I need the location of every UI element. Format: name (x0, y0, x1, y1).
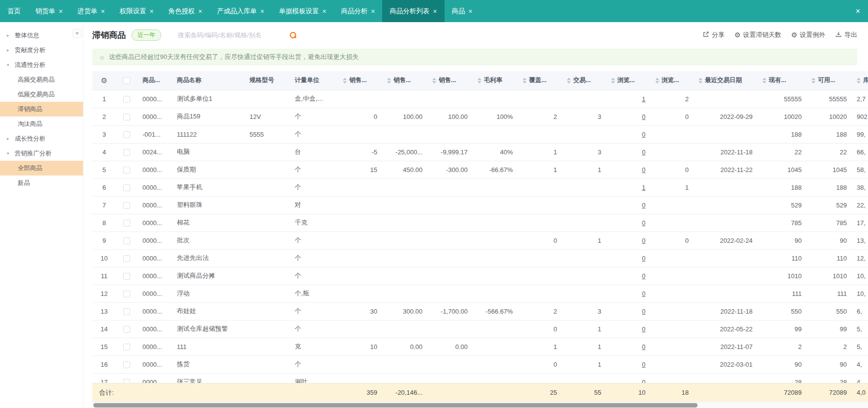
sort-asc-icon[interactable] (432, 78, 436, 80)
sort-icon[interactable] (343, 78, 347, 84)
tab-close-icon[interactable]: × (371, 8, 375, 15)
sidebar-item[interactable]: 高频交易商品 (0, 72, 83, 87)
tab-close-icon[interactable]: × (260, 8, 264, 15)
nav-tab[interactable]: 商品分析列表× (382, 0, 444, 22)
sort-desc-icon[interactable] (655, 81, 659, 84)
row-checkbox[interactable] (123, 131, 130, 138)
column-header-sale_amt[interactable]: 销售... (382, 71, 427, 90)
sort-desc-icon[interactable] (857, 81, 861, 84)
views-link[interactable]: 0 (642, 202, 645, 209)
views-link[interactable]: 0 (642, 255, 645, 262)
sort-icon[interactable] (611, 78, 615, 84)
tab-close-icon[interactable]: × (59, 8, 63, 15)
tab-close-icon[interactable]: × (149, 8, 153, 15)
sort-desc-icon[interactable] (699, 81, 702, 84)
views-link[interactable]: 0 (642, 166, 645, 174)
sidebar-item[interactable]: 全部商品 (0, 161, 83, 175)
column-header-unit[interactable]: 计量单位 (290, 71, 338, 90)
sort-icon[interactable] (655, 78, 659, 84)
sort-icon[interactable] (812, 78, 815, 84)
views-link[interactable]: 0 (642, 272, 645, 280)
sidebar-item[interactable]: ▸贡献度分析 (0, 43, 83, 58)
column-header-trans[interactable]: 交易... (562, 71, 606, 90)
sidebar-item[interactable]: 滞销商品 (0, 102, 83, 117)
sidebar-item[interactable]: 淘汰商品 (0, 117, 83, 131)
nav-tab[interactable]: 商品× (445, 0, 480, 22)
sort-icon[interactable] (523, 78, 527, 84)
share-button[interactable]: 分享 (702, 30, 725, 39)
column-header-on_hand[interactable]: 现有... (757, 71, 807, 90)
views-link[interactable]: 0 (642, 131, 645, 138)
sort-asc-icon[interactable] (762, 78, 766, 80)
nav-tab[interactable]: 销货单× (28, 0, 70, 22)
row-checkbox[interactable] (123, 273, 130, 280)
views-link[interactable]: 1 (642, 95, 645, 103)
row-checkbox[interactable] (123, 149, 130, 156)
horizontal-scrollbar[interactable] (92, 402, 868, 408)
sidebar-item[interactable]: ▸成长性分析 (0, 131, 83, 146)
sort-asc-icon[interactable] (523, 78, 527, 80)
row-checkbox[interactable] (123, 326, 130, 333)
sort-asc-icon[interactable] (387, 78, 391, 80)
column-header-views2[interactable]: 浏览... (650, 71, 694, 90)
row-checkbox[interactable] (123, 202, 130, 209)
sort-icon[interactable] (857, 78, 861, 84)
column-header-stock[interactable]: 库存 (852, 71, 868, 90)
sort-desc-icon[interactable] (812, 81, 815, 84)
column-header-last_date[interactable]: 最近交易日期 (694, 71, 757, 90)
date-range-badge[interactable]: 近一年 (132, 29, 161, 41)
column-settings-header[interactable]: ⚙ (92, 71, 116, 90)
views-link[interactable]: 0 (642, 219, 645, 227)
views-link[interactable]: 0 (642, 148, 645, 156)
views-link[interactable]: 0 (642, 343, 645, 350)
sort-icon[interactable] (699, 78, 702, 84)
column-header-spec[interactable]: 规格型号 (245, 71, 290, 90)
row-checkbox[interactable] (123, 291, 130, 297)
gear-icon[interactable]: ⚙ (101, 76, 107, 85)
sort-asc-icon[interactable] (343, 78, 347, 80)
row-checkbox[interactable] (123, 344, 130, 350)
tab-close-icon[interactable]: × (322, 8, 326, 15)
row-checkbox[interactable] (123, 167, 130, 174)
sort-icon[interactable] (762, 78, 766, 84)
views-link[interactable]: 0 (642, 290, 645, 297)
column-header-name[interactable]: 商品名称 (172, 71, 245, 90)
sort-asc-icon[interactable] (857, 78, 861, 80)
sort-icon[interactable] (477, 78, 481, 84)
column-header-code[interactable]: 商品... (138, 71, 172, 90)
row-checkbox[interactable] (123, 114, 130, 120)
sort-desc-icon[interactable] (432, 81, 436, 84)
sidebar-item[interactable]: 新品 (0, 175, 83, 190)
sort-desc-icon[interactable] (611, 81, 615, 84)
sort-desc-icon[interactable] (343, 81, 347, 84)
sort-icon[interactable] (387, 78, 391, 84)
column-header-margin[interactable]: 毛利率 (473, 71, 518, 90)
tab-close-icon[interactable]: × (198, 8, 202, 15)
column-header-sale_profit[interactable]: 销售... (427, 71, 473, 90)
tab-close-icon[interactable]: × (433, 8, 437, 15)
nav-tab[interactable]: 角色授权× (161, 0, 210, 22)
column-header-available[interactable]: 可用... (807, 71, 852, 90)
scrollbar-thumb[interactable] (93, 403, 698, 408)
settings-button[interactable]: ⚙设置滞销天数 (734, 30, 782, 39)
row-checkbox[interactable] (123, 308, 130, 315)
sort-asc-icon[interactable] (699, 78, 702, 80)
row-checkbox[interactable] (123, 255, 130, 262)
sidebar-item[interactable]: ▾流通性分析 (0, 58, 83, 72)
sort-desc-icon[interactable] (567, 81, 571, 84)
sort-asc-icon[interactable] (477, 78, 481, 80)
row-checkbox[interactable] (123, 96, 130, 103)
export-button[interactable]: 导出 (835, 30, 857, 39)
sort-asc-icon[interactable] (655, 78, 659, 80)
sort-desc-icon[interactable] (387, 81, 391, 84)
search-icon[interactable] (289, 31, 297, 39)
close-icon[interactable]: × (848, 0, 868, 22)
column-header-coverage[interactable]: 覆盖... (518, 71, 562, 90)
sidebar-item[interactable]: ▾营销推广分析 (0, 146, 83, 161)
sort-asc-icon[interactable] (567, 78, 571, 80)
views-link[interactable]: 0 (642, 379, 645, 383)
sort-icon[interactable] (567, 78, 571, 84)
row-checkbox[interactable] (123, 237, 130, 244)
nav-tab[interactable]: 产成品入库单× (210, 0, 272, 22)
nav-tab[interactable]: 进货单× (70, 0, 112, 22)
